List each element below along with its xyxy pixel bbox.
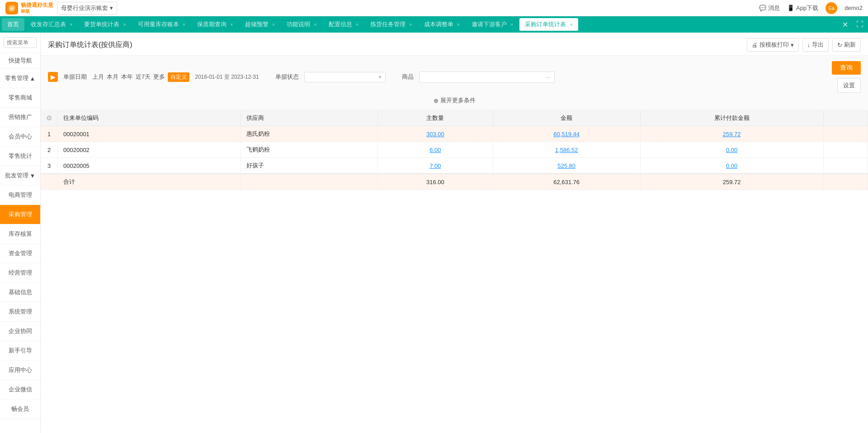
- custom-date-badge[interactable]: 自定义: [168, 72, 189, 82]
- footer-empty-2: [241, 174, 378, 190]
- row-code: 00020002: [58, 142, 241, 158]
- tab-chengben-label: 成本调整单: [424, 20, 453, 29]
- sidebar-item-kucunhehe[interactable]: 库存核算: [0, 224, 40, 244]
- tab-caigou[interactable]: 采购订单统计表 ×: [519, 18, 578, 31]
- tab-pihuo-label: 拣货任务管理: [370, 20, 406, 29]
- row-paid[interactable]: 0.00: [640, 142, 823, 158]
- row-paid[interactable]: 0.00: [640, 158, 823, 174]
- refresh-button[interactable]: ↻ 刷新: [832, 38, 861, 52]
- sidebar-item-pifaguanli[interactable]: 批发管理 ▼: [0, 166, 40, 186]
- sidebar-item-huiyuanzhongxin[interactable]: 会员中心: [0, 127, 40, 147]
- close-icon[interactable]: ×: [510, 22, 513, 27]
- tab-keyongliang[interactable]: 可用量库存账本 ×: [132, 18, 191, 31]
- shortcut-this-month[interactable]: 本月: [107, 73, 118, 81]
- sidebar-item-lingshoushangcheng[interactable]: 零售商城: [0, 88, 40, 108]
- sidebar-item-changhui[interactable]: 畅会员: [0, 400, 40, 419]
- tab-yaohuo[interactable]: 要货单统计表 ×: [79, 18, 131, 31]
- row-amount[interactable]: 60,519.44: [493, 126, 640, 142]
- date-range-value: 2016-01-01 至 2023-12-31: [195, 73, 259, 81]
- toggle-filter-btn[interactable]: ▶: [48, 72, 58, 82]
- close-icon[interactable]: ×: [356, 22, 359, 27]
- close-all-btn[interactable]: ✕: [840, 19, 851, 30]
- logo-text: 畅捷通好生意 标版: [21, 2, 53, 14]
- sidebar-item-qiyeweixin[interactable]: 企业微信: [0, 380, 40, 400]
- tab-gongneng[interactable]: 功能说明 ×: [281, 18, 322, 31]
- close-icon[interactable]: ×: [570, 22, 572, 27]
- shortcut-7-days[interactable]: 近7天: [136, 73, 151, 81]
- tab-keyongliang-label: 可用量库存账本: [138, 20, 179, 29]
- tab-peizhi[interactable]: 配置信息 ×: [323, 18, 364, 31]
- settings-button[interactable]: 设置: [837, 78, 861, 93]
- status-select[interactable]: ▾: [304, 72, 386, 82]
- top-bar-right: 💬 消息 📱 App下载 Ea demo2: [759, 2, 863, 14]
- tab-pihuo[interactable]: 拣货任务管理 ×: [365, 18, 417, 31]
- table-header-row: ⚙ 往来单位编码 供应商 主数量 金额 累计付款金额: [41, 110, 868, 126]
- close-icon[interactable]: ×: [409, 22, 412, 27]
- row-paid[interactable]: 259.72: [640, 126, 823, 142]
- row-supplier: 好孩子: [241, 158, 378, 174]
- row-amount[interactable]: 1,586.52: [493, 142, 640, 158]
- message-icon: 💬: [759, 5, 766, 11]
- avatar[interactable]: Ea: [826, 2, 837, 14]
- message-btn[interactable]: 💬 消息: [759, 4, 780, 12]
- print-button[interactable]: 🖨 按模板打印 ▾: [747, 38, 799, 52]
- shortcut-last-month[interactable]: 上月: [92, 73, 104, 81]
- close-icon[interactable]: ×: [183, 22, 185, 27]
- close-icon[interactable]: ×: [230, 22, 233, 27]
- close-icon[interactable]: ×: [314, 22, 316, 27]
- sidebar-item-kuaijiedaohang[interactable]: 快捷导航: [0, 53, 40, 69]
- top-bar-left: 好 畅捷通好生意 标版 母婴行业演示账套 ▾: [5, 2, 117, 14]
- sidebar-item-yingxiaotuiguang[interactable]: 营销推广: [0, 108, 40, 127]
- sidebar-item-lingshoututji[interactable]: 零售统计: [0, 147, 40, 166]
- status-filter-label: 单据状态: [275, 73, 299, 81]
- sidebar-item-xinshouyin[interactable]: 新手引导: [0, 341, 40, 361]
- row-quantity[interactable]: 7.00: [377, 158, 493, 174]
- tab-chaochuyujing[interactable]: 超储预警 ×: [240, 18, 280, 31]
- sidebar-item-lingshouguan[interactable]: 零售管理 ▲: [0, 69, 40, 88]
- sidebar-item-caigouguanli[interactable]: 采购管理: [0, 205, 40, 224]
- gear-icon[interactable]: ⚙: [46, 114, 52, 122]
- row-extra: [823, 158, 868, 174]
- sidebar-item-jichu[interactable]: 基础信息: [0, 283, 40, 302]
- username: demo2: [844, 5, 863, 11]
- refresh-icon: ↻: [837, 42, 842, 48]
- close-icon[interactable]: ×: [123, 22, 126, 27]
- tab-yaoqing[interactable]: 邀请下游客户 ×: [466, 18, 519, 31]
- chevron-icon: ▲: [30, 75, 36, 82]
- row-amount[interactable]: 525.80: [493, 158, 640, 174]
- export-button[interactable]: ↓ 导出: [802, 38, 829, 52]
- tab-home[interactable]: 首页: [2, 18, 24, 31]
- row-supplier: 飞鹤奶粉: [241, 142, 378, 158]
- top-bar: 好 畅捷通好生意 标版 母婴行业演示账套 ▾ 💬 消息 📱 App下载 Ea d…: [0, 0, 868, 16]
- table-row: 1 00020001 惠氏奶粉 303.00 60,519.44 259.72: [41, 126, 868, 142]
- sidebar-item-dianshang[interactable]: 电商管理: [0, 186, 40, 205]
- sidebar-item-zijinguanli[interactable]: 资金管理: [0, 244, 40, 263]
- close-icon[interactable]: ×: [457, 22, 460, 27]
- tab-shoufashui[interactable]: 收发存汇总表 ×: [25, 18, 78, 31]
- close-icon[interactable]: ×: [70, 22, 72, 27]
- row-quantity[interactable]: 303.00: [377, 126, 493, 142]
- row-code: 00020001: [58, 126, 241, 142]
- goods-input[interactable]: ···: [419, 71, 555, 83]
- header-actions: 🖨 按模板打印 ▾ ↓ 导出 ↻ 刷新: [747, 38, 861, 52]
- tab-baozhiqi[interactable]: 保质期查询 ×: [192, 18, 238, 31]
- sidebar-item-yingyongzhongxin[interactable]: 应用中心: [0, 361, 40, 380]
- company-select[interactable]: 母婴行业演示账套 ▾: [57, 2, 117, 14]
- footer-amount: 62,631.76: [493, 174, 640, 190]
- tab-chengben[interactable]: 成本调整单 ×: [419, 18, 465, 31]
- shortcut-this-year[interactable]: 本年: [121, 73, 133, 81]
- row-quantity[interactable]: 6.00: [377, 142, 493, 158]
- svg-text:好: 好: [9, 6, 14, 11]
- app-download-btn[interactable]: 📱 App下载: [787, 4, 818, 12]
- sidebar-item-qiyexietong[interactable]: 企业协同: [0, 322, 40, 341]
- close-icon[interactable]: ×: [272, 22, 275, 27]
- filter-row-1: ▶ 单据日期 上月 本月 本年 近7天 更多 自定义 2016-01-01 至 …: [48, 61, 861, 93]
- sidebar-item-jingyingguanli[interactable]: 经营管理: [0, 263, 40, 283]
- search-input[interactable]: [4, 37, 37, 48]
- query-button[interactable]: 查询: [832, 61, 861, 75]
- maximize-btn[interactable]: ⛶: [854, 19, 866, 29]
- page-title: 采购订单统计表(按供应商): [48, 40, 132, 50]
- sidebar-item-xitongguanli[interactable]: 系统管理: [0, 302, 40, 322]
- expand-more-btn[interactable]: ⊕ 展开更多条件: [434, 96, 476, 105]
- shortcut-more[interactable]: 更多: [153, 73, 165, 81]
